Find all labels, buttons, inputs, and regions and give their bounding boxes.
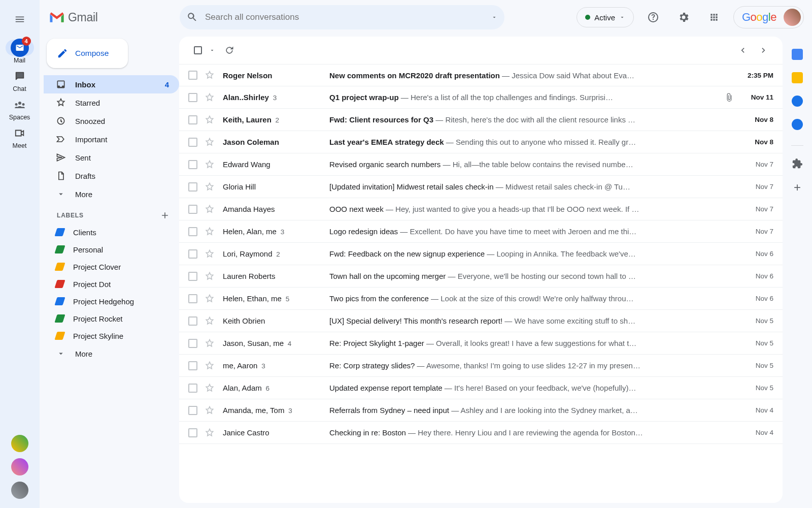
star-icon[interactable] [205, 338, 215, 348]
apps-button[interactable] [703, 6, 725, 28]
message-row[interactable]: me, Aaron 3Re: Corp strategy slides? — A… [179, 355, 783, 377]
label-clients[interactable]: Clients [44, 224, 179, 241]
calendar-addon-icon[interactable] [792, 49, 803, 60]
row-checkbox[interactable] [188, 272, 197, 281]
folder-drafts[interactable]: Drafts [44, 167, 179, 185]
folder-inbox[interactable]: Inbox4 [44, 75, 179, 93]
folder-important[interactable]: Important [44, 130, 179, 148]
star-icon[interactable] [205, 361, 215, 371]
select-dropdown[interactable] [207, 41, 218, 60]
message-row[interactable]: Lori, Raymond 2Fwd: Feedback on the new … [179, 243, 783, 265]
add-label-icon[interactable] [160, 210, 170, 220]
rail-item-mail[interactable]: 4Mail [6, 38, 34, 66]
label-project-clover[interactable]: Project Clover [44, 258, 179, 275]
row-checkbox[interactable] [188, 428, 197, 437]
star-icon[interactable] [205, 182, 215, 192]
star-icon[interactable] [205, 160, 215, 170]
star-icon[interactable] [205, 383, 215, 393]
older-button[interactable] [754, 41, 773, 60]
folder-snoozed[interactable]: Snoozed [44, 112, 179, 130]
message-row[interactable]: Keith, Lauren 2Fwd: Client resources for… [179, 109, 783, 131]
message-row[interactable]: Jason ColemanLast year's EMEA strategy d… [179, 131, 783, 153]
search-input[interactable] [204, 12, 485, 23]
extension-icon[interactable] [792, 158, 803, 169]
star-icon[interactable] [205, 294, 215, 304]
rail-item-spaces[interactable]: Spaces [6, 94, 34, 123]
row-checkbox[interactable] [188, 227, 197, 236]
message-row[interactable]: Edward WangRevised organic search number… [179, 153, 783, 176]
row-checkbox[interactable] [188, 406, 197, 415]
message-row[interactable]: Amanda HayesOOO next week — Hey, just wa… [179, 198, 783, 220]
star-icon[interactable] [205, 137, 215, 147]
newer-button[interactable] [733, 41, 752, 60]
label-name: Project Dot [73, 280, 111, 289]
row-checkbox[interactable] [188, 93, 197, 102]
row-checkbox[interactable] [188, 160, 197, 169]
row-checkbox[interactable] [188, 384, 197, 393]
refresh-button[interactable] [220, 41, 239, 60]
folder-sent[interactable]: Sent [44, 148, 179, 167]
message-row[interactable]: Jason, Susan, me 4Re: Project Skylight 1… [179, 332, 783, 355]
message-row[interactable]: Alan, Adam 6Updated expense report templ… [179, 377, 783, 399]
rail-item-meet[interactable]: Meet [6, 123, 34, 151]
rail-item-label: Mail [14, 57, 25, 64]
rail-avatar[interactable] [11, 458, 28, 475]
row-checkbox[interactable] [188, 294, 197, 303]
status-chip[interactable]: Active [577, 7, 634, 27]
contacts-addon-icon[interactable] [792, 119, 803, 130]
main-menu-button[interactable] [6, 5, 34, 34]
star-icon[interactable] [205, 405, 215, 416]
settings-button[interactable] [672, 6, 695, 28]
compose-button[interactable]: Compose [47, 39, 128, 68]
star-icon[interactable] [205, 204, 215, 214]
support-button[interactable] [642, 6, 664, 28]
row-checkbox[interactable] [188, 138, 197, 147]
message-row[interactable]: Gloria Hill[Updated invitation] Midwest … [179, 176, 783, 198]
message-row[interactable]: Helen, Alan, me 3Logo redesign ideas — E… [179, 220, 783, 243]
row-checkbox[interactable] [188, 205, 197, 214]
star-icon[interactable] [205, 271, 215, 281]
message-row[interactable]: Roger NelsonNew comments on MCR2020 draf… [179, 64, 783, 86]
label-project-rocket[interactable]: Project Rocket [44, 310, 179, 327]
row-checkbox[interactable] [188, 71, 197, 80]
row-checkbox[interactable] [188, 182, 197, 192]
folder-starred[interactable]: Starred [44, 93, 179, 112]
row-subject-snippet: Updated expense report template — It's h… [329, 384, 725, 392]
star-icon[interactable] [205, 316, 215, 326]
row-checkbox[interactable] [188, 249, 197, 259]
select-all-checkbox[interactable] [188, 41, 208, 60]
star-icon[interactable] [205, 249, 215, 259]
message-row[interactable]: Alan..Shirley 3Q1 project wrap-up — Here… [179, 86, 783, 109]
account-chip[interactable]: Google [733, 6, 804, 28]
meet-icon [6, 125, 34, 141]
label-personal[interactable]: Personal [44, 241, 179, 258]
label-project-dot[interactable]: Project Dot [44, 275, 179, 293]
row-checkbox[interactable] [188, 361, 197, 370]
brand[interactable]: Gmail [45, 10, 172, 25]
message-row[interactable]: Janice CastroChecking in re: Boston — He… [179, 422, 783, 444]
star-icon[interactable] [205, 70, 215, 80]
tasks-addon-icon[interactable] [792, 96, 803, 107]
star-icon[interactable] [205, 115, 215, 125]
star-icon[interactable] [205, 92, 215, 103]
star-icon[interactable] [205, 428, 215, 438]
rail-avatar[interactable] [11, 435, 28, 452]
message-row[interactable]: Amanda, me, Tom 3Referrals from Sydney –… [179, 399, 783, 422]
search-bar[interactable] [180, 5, 504, 29]
label-project-hedgehog[interactable]: Project Hedgehog [44, 293, 179, 310]
label-project-skyline[interactable]: Project Skyline [44, 327, 179, 344]
labels-more[interactable]: More [44, 344, 179, 363]
rail-avatar[interactable] [11, 482, 28, 499]
message-row[interactable]: Helen, Ethan, me 5Two pics from the conf… [179, 288, 783, 310]
row-checkbox[interactable] [188, 316, 197, 326]
star-icon[interactable] [205, 227, 215, 237]
get-addons-button[interactable]: + [794, 181, 801, 194]
keep-addon-icon[interactable] [792, 72, 803, 83]
rail-item-chat[interactable]: Chat [6, 66, 34, 94]
message-row[interactable]: Lauren RobertsTown hall on the upcoming … [179, 265, 783, 288]
row-checkbox[interactable] [188, 339, 197, 348]
search-options-icon[interactable] [491, 14, 497, 20]
folder-more[interactable]: More [44, 185, 179, 203]
row-checkbox[interactable] [188, 115, 197, 124]
message-row[interactable]: Keith Obrien[UX] Special delivery! This … [179, 310, 783, 332]
